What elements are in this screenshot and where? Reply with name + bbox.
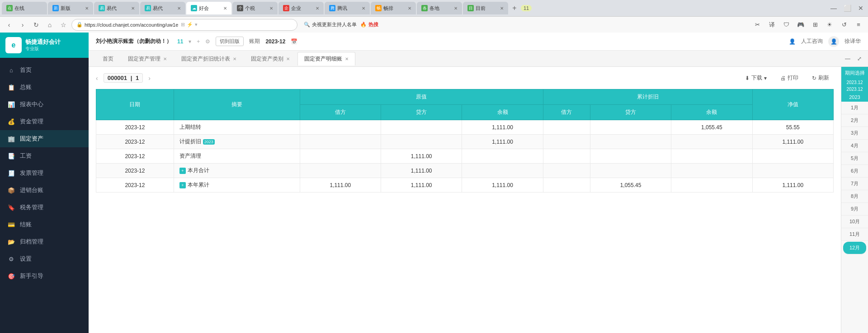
tab-asset-detail[interactable]: 固定资产明细账 ✕ (297, 52, 355, 66)
grid-icon[interactable]: ⊞ (809, 19, 821, 31)
cell-accum-balance (671, 135, 752, 149)
tab-fixed-assets-mgmt[interactable]: 固定资产管理 ✕ (121, 52, 174, 66)
home-button[interactable]: ⌂ (44, 19, 55, 30)
browser-tab-haohui[interactable]: ☁ 好会 ✕ (186, 2, 231, 14)
period-month-10月[interactable]: 10月 (841, 216, 868, 228)
browser-tab-new[interactable]: 新 新版 ✕ (48, 2, 93, 14)
browser-tab-online[interactable]: 在 在线 (2, 2, 47, 14)
tab-icon-new: 新 (52, 5, 59, 11)
cell-accum-balance (671, 178, 752, 192)
tab-close-new[interactable]: ✕ (85, 6, 89, 11)
sidebar-item-fixed-assets[interactable]: 🏢 固定资产 (0, 130, 89, 147)
bookmark-button[interactable]: ☆ (58, 19, 69, 30)
period-month-6月[interactable]: 6月 (841, 165, 868, 178)
period-month-1月[interactable]: 1月 (841, 102, 868, 114)
add-account-button[interactable]: + (197, 38, 200, 45)
tab-close-geshui[interactable]: ✕ (269, 6, 273, 11)
switch-version-button[interactable]: 切到旧版 (216, 37, 244, 46)
tab-close-qiye[interactable]: ✕ (316, 6, 319, 11)
period-month-2月[interactable]: 2月 (841, 114, 868, 127)
tab-depreciation-stats-close[interactable]: ✕ (233, 56, 236, 61)
rotate-icon[interactable]: ↺ (838, 19, 850, 31)
sidebar-item-general-ledger[interactable]: 📋 总账 (0, 79, 89, 96)
tab-label-tengxun: 腾讯 (337, 5, 347, 12)
back-button[interactable]: ‹ (4, 19, 14, 30)
sidebar-label-inventory: 进销台账 (20, 186, 43, 194)
download-button[interactable]: ⬇ 下载 ▾ (741, 72, 771, 84)
tab-close-yidai1[interactable]: ✕ (131, 6, 135, 11)
tab-close-haohui[interactable]: ✕ (223, 6, 227, 11)
period-month-7月[interactable]: 7月 (841, 178, 868, 190)
scissors-icon[interactable]: ✂ (751, 19, 763, 31)
cell-accum-debit (543, 149, 590, 164)
tab-home[interactable]: 首页 (96, 52, 120, 66)
tab-asset-detail-close[interactable]: ✕ (345, 56, 349, 61)
home-icon: ⌂ (7, 66, 15, 74)
tab-close-yidai2[interactable]: ✕ (177, 6, 181, 11)
maximize-tab-button[interactable]: ⤢ (854, 54, 864, 64)
sidebar-item-close-accounts[interactable]: 💳 结账 (0, 216, 89, 233)
cell-net-value: 1,111.00 (752, 178, 833, 192)
browser-tab-geshui[interactable]: 个 个税 ✕ (232, 2, 278, 14)
browser-tab-gedi[interactable]: 各 各地 ✕ (417, 2, 462, 14)
sidebar-item-funds[interactable]: 💰 资金管理 (0, 113, 89, 130)
browser-tab-yidai1[interactable]: 易 易代 ✕ (94, 2, 139, 14)
browser-tab-yidai2[interactable]: 易 易代 ✕ (140, 2, 185, 14)
translate-icon[interactable]: 译 (766, 19, 778, 31)
sidebar-item-home[interactable]: ⌂ 首页 (0, 61, 89, 79)
next-arrow[interactable]: › (148, 75, 151, 82)
sidebar-item-settings[interactable]: ⚙ 设置 (0, 250, 89, 267)
sidebar-item-reports[interactable]: 📊 报表中心 (0, 96, 89, 113)
help-label[interactable]: 人工咨询 (801, 38, 823, 45)
sidebar-item-archive[interactable]: 📂 归档管理 (0, 233, 89, 250)
period-sidebar: 期间选择 2023.12 2023.12 20231月2月3月4月5月6月7月8… (841, 67, 868, 333)
period-month-3月[interactable]: 3月 (841, 127, 868, 140)
menu-icon[interactable]: ≡ (853, 19, 864, 31)
print-icon: 🖨 (780, 75, 786, 81)
sidebar-item-guide[interactable]: 🎯 新手引导 (0, 267, 89, 285)
col-orig-debit: 借方 (300, 105, 381, 120)
period-month-4月[interactable]: 4月 (841, 140, 868, 152)
dropdown-arrow[interactable]: ▾ (189, 38, 191, 45)
period-month-5月[interactable]: 5月 (841, 152, 868, 165)
minimize-button[interactable]: — (828, 3, 839, 14)
url-bar[interactable]: 🔒 https://cloud.chanjet.com/accounting/u… (71, 19, 297, 31)
tab-close-tengxun[interactable]: ✕ (362, 6, 365, 11)
sidebar-item-inventory[interactable]: 📦 进销台账 (0, 182, 89, 199)
tab-icon-haohui: ☁ (191, 5, 197, 11)
minimize-tab-button[interactable]: — (843, 54, 853, 64)
print-button[interactable]: 🖨 打印 (776, 72, 803, 84)
account-count: 11 (177, 38, 183, 45)
close-button[interactable]: ✕ (855, 3, 866, 14)
period-month-12月[interactable]: 12月 (843, 242, 866, 254)
sidebar-item-tax[interactable]: 🔖 税务管理 (0, 199, 89, 216)
sun-icon[interactable]: ☀ (824, 19, 835, 31)
game-icon[interactable]: 🎮 (795, 19, 807, 31)
prev-arrow[interactable]: ‹ (96, 75, 98, 82)
tab-close-mubiao[interactable]: ✕ (500, 6, 504, 11)
browser-tab-qiye[interactable]: 企 企业 ✕ (278, 2, 324, 14)
sidebar-item-invoices[interactable]: 🧾 发票管理 (0, 164, 89, 182)
new-tab-button[interactable]: + (509, 3, 520, 14)
refresh-button[interactable]: ↻ (31, 19, 42, 30)
cell-orig-credit (381, 135, 462, 149)
settings-small-icon[interactable]: ⚙ (205, 38, 210, 45)
tab-asset-category[interactable]: 固定资产类别 ✕ (244, 52, 297, 66)
shield-icon[interactable]: 🛡 (780, 19, 792, 31)
period-month-8月[interactable]: 8月 (841, 190, 868, 203)
tab-asset-category-close[interactable]: ✕ (286, 56, 290, 61)
tab-close-gedi[interactable]: ✕ (454, 6, 458, 11)
forward-button[interactable]: › (17, 19, 28, 30)
period-month-9月[interactable]: 9月 (841, 203, 868, 216)
tab-fixed-assets-mgmt-close[interactable]: ✕ (163, 56, 167, 61)
tab-close-chang[interactable]: ✕ (408, 6, 411, 11)
browser-tab-tengxun[interactable]: 腾 腾讯 ✕ (325, 2, 370, 14)
browser-tab-mubiao[interactable]: 目 目前 ✕ (463, 2, 508, 14)
calendar-icon[interactable]: 📅 (291, 38, 297, 45)
period-month-11月[interactable]: 11月 (841, 228, 868, 241)
sidebar-item-payroll[interactable]: 📑 工资 (0, 147, 89, 164)
maximize-button[interactable]: ⬜ (842, 3, 853, 14)
tab-depreciation-stats[interactable]: 固定资产折旧统计表 ✕ (175, 52, 243, 66)
refresh-button[interactable]: ↻ 刷新 (807, 72, 834, 84)
browser-tab-chang[interactable]: 畅 畅排 ✕ (371, 2, 416, 14)
